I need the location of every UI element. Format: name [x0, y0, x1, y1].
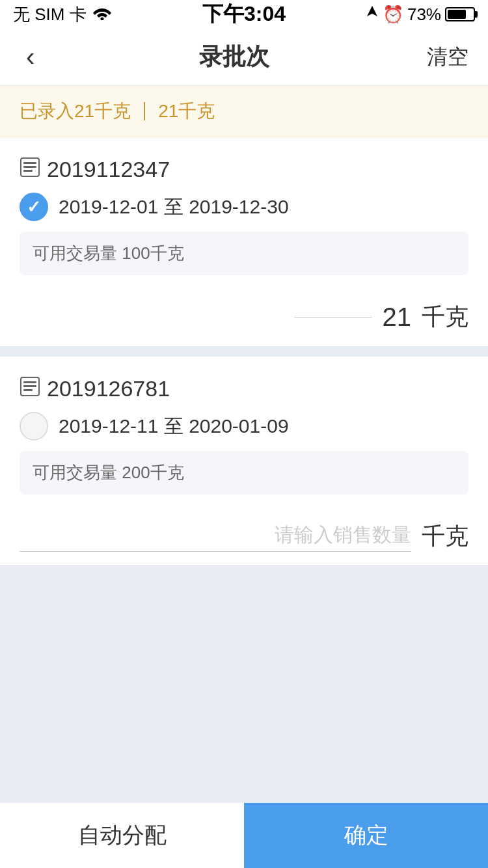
confirm-button[interactable]: 确定: [244, 803, 488, 868]
svg-rect-2: [23, 162, 36, 164]
section-divider: [0, 346, 488, 357]
back-button[interactable]: ‹: [20, 36, 41, 78]
location-icon: [366, 5, 379, 25]
batch-date-2: 2019-12-11 至 2020-01-09: [59, 413, 289, 440]
quantity-unit-2: 千克: [422, 521, 468, 552]
summary-amount: 21千克: [158, 99, 215, 124]
svg-point-0: [100, 17, 103, 20]
status-bar: 无 SIM 卡 下午3:04 ⏰ 73%: [0, 0, 488, 29]
batch-header-1: 2019112347: [20, 157, 468, 182]
batch-card-2: 2019126781 2019-12-11 至 2020-01-09 可用交易量…: [0, 357, 488, 566]
batch-item-2: 2019126781 2019-12-11 至 2020-01-09 可用交易量…: [0, 357, 488, 508]
batch-availability-1: 可用交易量 100千克: [20, 232, 468, 275]
svg-rect-7: [23, 385, 36, 387]
summary-divider: [144, 102, 145, 120]
status-right: ⏰ 73%: [366, 5, 475, 25]
quantity-input-wrapper-2[interactable]: 请输入销售数量: [20, 522, 411, 552]
batch-doc-icon-2: [20, 376, 40, 401]
svg-rect-8: [23, 389, 33, 391]
svg-rect-6: [23, 381, 36, 383]
nav-bar: ‹ 录批次 清空: [0, 29, 488, 86]
quantity-input-row-2[interactable]: 请输入销售数量 千克: [0, 508, 488, 566]
auto-distribute-button[interactable]: 自动分配: [0, 803, 244, 868]
clear-button[interactable]: 清空: [427, 43, 468, 72]
alarm-icon: ⏰: [383, 5, 403, 25]
batch-header-2: 2019126781: [20, 376, 468, 401]
wifi-icon: [92, 5, 113, 25]
battery-fill: [448, 10, 466, 19]
quantity-unit-1: 千克: [422, 301, 468, 333]
page-title: 录批次: [199, 41, 269, 73]
quantity-value-1[interactable]: 21: [383, 303, 412, 332]
battery-icon: [445, 7, 475, 21]
batch-item-1: 2019112347 2019-12-01 至 2019-12-30 可用交易量…: [0, 137, 488, 288]
batch-radio-1[interactable]: [20, 193, 48, 221]
svg-rect-4: [23, 170, 33, 172]
batch-radio-2[interactable]: [20, 412, 48, 441]
battery-percent: 73%: [407, 5, 441, 25]
quantity-placeholder-2: 请输入销售数量: [275, 522, 411, 549]
batch-availability-2: 可用交易量 200千克: [20, 451, 468, 495]
carrier-text: 无 SIM 卡: [13, 3, 87, 26]
bottom-background: [0, 566, 488, 826]
quantity-separator-1: [294, 317, 372, 318]
status-time: 下午3:04: [202, 0, 286, 29]
status-left: 无 SIM 卡: [13, 3, 113, 26]
batch-date-row-2[interactable]: 2019-12-11 至 2020-01-09: [20, 412, 468, 441]
input-underline-2: [20, 551, 411, 552]
batch-id-1: 2019112347: [47, 157, 170, 182]
batch-date-1: 2019-12-01 至 2019-12-30: [59, 194, 289, 221]
batch-doc-icon-1: [20, 157, 40, 182]
batch-id-2: 2019126781: [47, 376, 170, 401]
bottom-buttons: 自动分配 确定: [0, 803, 488, 868]
batch-card-1: 2019112347 2019-12-01 至 2019-12-30 可用交易量…: [0, 137, 488, 346]
batch-date-row-1[interactable]: 2019-12-01 至 2019-12-30: [20, 193, 468, 221]
quantity-display-row-1: 21 千克: [0, 288, 488, 346]
recorded-label: 已录入21千克: [20, 99, 131, 124]
svg-rect-3: [23, 166, 36, 168]
summary-banner: 已录入21千克 21千克: [0, 86, 488, 137]
